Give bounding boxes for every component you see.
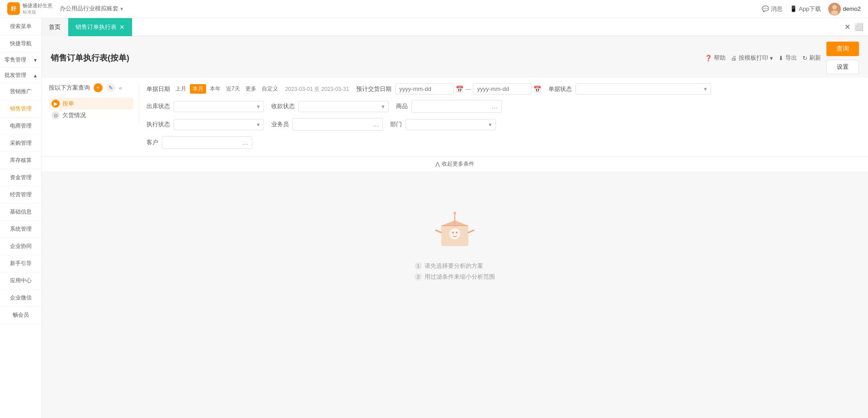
date-tab-this-year[interactable]: 本年 — [208, 84, 222, 94]
dept-select[interactable]: ▾ — [406, 119, 496, 130]
date-tab-7days[interactable]: 近7天 — [224, 84, 242, 94]
help-button[interactable]: ❓ 帮助 — [705, 54, 726, 62]
collapse-left-button[interactable]: « — [119, 85, 122, 91]
out-status-dropdown-icon: ▾ — [257, 103, 260, 110]
user-menu[interactable]: demo2 — [828, 3, 861, 15]
sidebar-item-marketing[interactable]: 营销推广 — [0, 83, 41, 100]
expected-date-from[interactable] — [395, 83, 454, 95]
filter-left-title-text: 按以下方案查询 — [49, 84, 90, 92]
tab-maximize-button[interactable]: ⬜ — [854, 22, 864, 33]
sidebar: 搜索菜单 快捷导航 零售管理 ▾ 批发管理 ▴ 营销推广 销售管理 电商管理 采… — [0, 18, 42, 418]
sidebar-item-enterprise[interactable]: 企业协同 — [0, 238, 41, 255]
out-status-select[interactable]: ▾ — [174, 101, 264, 112]
debt-scheme-icon: ⊙ — [52, 111, 60, 119]
breadcrumb[interactable]: 办公用品行业模拟账套 ▾ — [60, 5, 123, 13]
empty-state: 1 请先选择要分析的方案 2 用过滤条件来缩小分析范围 — [42, 171, 868, 320]
sidebar-item-sales[interactable]: 销售管理 — [0, 100, 41, 118]
status-dropdown-icon: ▾ — [704, 86, 707, 92]
exec-status-select[interactable]: ▾ — [174, 119, 264, 130]
sidebar-item-newuser[interactable]: 新手引导 — [0, 255, 41, 272]
avatar — [828, 3, 841, 15]
date-tab-custom[interactable]: 自定义 — [260, 84, 280, 94]
print-label: 按模板打印 — [739, 54, 768, 62]
edit-scheme-button[interactable]: ✎ — [106, 83, 115, 92]
status-select[interactable]: ▾ — [576, 83, 711, 95]
sidebar-item-ecommerce[interactable]: 电商管理 — [0, 118, 41, 135]
app-download-button[interactable]: 📱 App下载 — [790, 5, 821, 13]
print-button[interactable]: 🖨 按模板打印 ▾ — [731, 54, 773, 62]
single-date-label: 单据日期 — [146, 85, 170, 93]
tree-item-by-debt[interactable]: ⊙ 欠货情况 — [49, 109, 133, 121]
refresh-icon: ↻ — [802, 55, 807, 62]
retail-expand-icon: ▾ — [34, 57, 37, 63]
tab-close-window-button[interactable]: ✕ — [842, 22, 853, 33]
sidebar-item-basic[interactable]: 基础信息 — [0, 204, 41, 221]
user-name: demo2 — [843, 5, 861, 12]
logo-text: 畅捷通好生意 — [23, 2, 52, 9]
customer-input-group[interactable]: ... — [162, 136, 252, 149]
add-scheme-button[interactable]: + — [94, 83, 103, 92]
cal-from-icon[interactable]: 📅 — [456, 86, 463, 93]
exec-status-label: 执行状态 — [146, 120, 170, 128]
svg-line-13 — [468, 230, 474, 233]
sidebar-item-operations[interactable]: 经营管理 — [0, 186, 41, 204]
tree-item-by-order[interactable]: ▶ 按单 — [49, 98, 133, 109]
salesperson-label: 业务员 — [271, 120, 289, 128]
goods-filter: 商品 ... — [396, 100, 502, 113]
retail-label: 零售管理 — [5, 56, 26, 64]
status-label: 单据状态 — [548, 85, 572, 93]
message-button[interactable]: 💬 消息 — [762, 5, 783, 13]
expected-date-to[interactable] — [473, 83, 532, 95]
salesperson-input-group[interactable]: ... — [292, 118, 383, 131]
query-button[interactable]: 查询 — [826, 42, 859, 56]
export-button[interactable]: ⬇ 导出 — [778, 54, 797, 62]
sidebar-item-retail[interactable]: 零售管理 ▾ — [0, 52, 41, 68]
sidebar-item-inventory[interactable]: 库存核算 — [0, 152, 41, 169]
sidebar-item-apps[interactable]: 应用中心 — [0, 272, 41, 290]
app-download-label: App下载 — [799, 5, 821, 13]
sidebar-item-search[interactable]: 搜索菜单 — [0, 18, 41, 35]
sidebar-item-wholesale[interactable]: 批发管理 ▴ — [0, 68, 41, 83]
cal-to-icon[interactable]: 📅 — [533, 86, 541, 93]
breadcrumb-text: 办公用品行业模拟账套 — [60, 5, 118, 13]
customer-dots-icon[interactable]: ... — [242, 138, 248, 147]
tab-home[interactable]: 首页 — [42, 18, 68, 36]
collapse-more-button[interactable]: ⋀ 收起更多条件 — [42, 156, 868, 171]
sidebar-item-finance[interactable]: 资金管理 — [0, 169, 41, 186]
sidebar-item-quick-nav[interactable]: 快捷导航 — [0, 35, 41, 52]
tab-controls: ✕ ⬜ — [838, 22, 868, 33]
filter-row-3: 执行状态 ▾ 业务员 — [146, 118, 861, 131]
order-scheme-label: 按单 — [62, 100, 74, 108]
goods-dots-icon[interactable]: ... — [492, 102, 498, 110]
dept-dropdown-icon: ▾ — [489, 121, 492, 128]
exec-status-filter: 执行状态 ▾ — [146, 119, 264, 130]
date-tab-more[interactable]: 更多 — [244, 84, 258, 94]
sidebar-item-member[interactable]: 畅会员 — [0, 307, 41, 324]
date-tab-this-month[interactable]: 本月 — [190, 84, 206, 94]
tab-sales-order[interactable]: 销售订单执行表 ✕ — [68, 18, 132, 36]
tab-home-label: 首页 — [49, 23, 61, 31]
customer-filter: 客户 ... — [146, 136, 252, 149]
collection-status-select[interactable]: ▾ — [298, 101, 389, 112]
out-status-label: 出库状态 — [146, 102, 170, 110]
goods-input-group[interactable]: ... — [411, 100, 502, 113]
refresh-button[interactable]: ↻ 刷新 — [802, 54, 821, 62]
tab-close-icon[interactable]: ✕ — [119, 24, 125, 30]
help-label: 帮助 — [714, 54, 726, 62]
expected-date-filter: 预计交货日期 📅 — 📅 — [356, 83, 541, 95]
query-setting-group: 查询 设置 — [826, 42, 859, 74]
filter-panel: 按以下方案查询 + ✎ « ▶ 按单 — [42, 78, 868, 171]
sidebar-item-purchase[interactable]: 采购管理 — [0, 135, 41, 152]
header-left: 好 畅捷通好生意 标准版 办公用品行业模拟账套 ▾ — [7, 2, 123, 15]
sidebar-item-system[interactable]: 系统管理 — [0, 221, 41, 238]
content-area: 首页 销售订单执行表 ✕ ✕ ⬜ 销售订单执行表(按单) — [42, 18, 868, 418]
salesperson-dots-icon[interactable]: ... — [373, 120, 379, 128]
logo-icon: 好 — [7, 2, 20, 15]
date-tab-last-month[interactable]: 上月 — [174, 84, 188, 94]
print-icon: 🖨 — [731, 55, 737, 62]
filter-row-2: 出库状态 ▾ 收款状态 — [146, 100, 861, 113]
export-label: 导出 — [785, 54, 797, 62]
order-scheme-icon: ▶ — [52, 100, 60, 108]
sidebar-item-wechat[interactable]: 企业微信 — [0, 290, 41, 307]
setting-button[interactable]: 设置 — [826, 60, 859, 74]
